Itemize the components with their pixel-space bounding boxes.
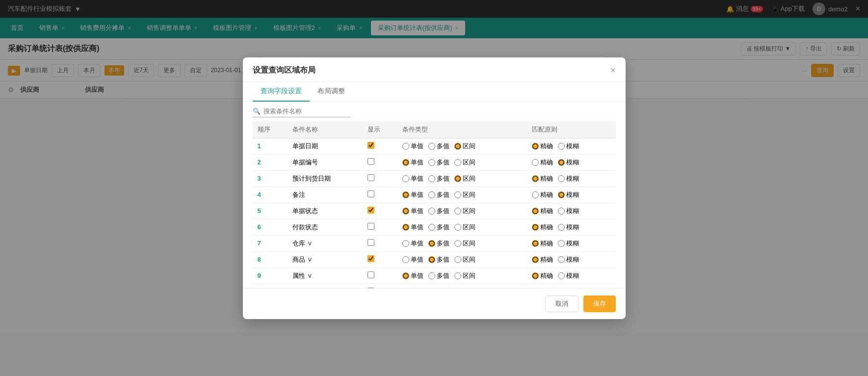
row-show[interactable] [363,235,398,251]
type-option-多值[interactable]: 多值 [428,239,449,248]
type-option-区间[interactable]: 区间 [454,174,475,183]
match-option-精确[interactable]: 精确 [532,158,553,167]
match-option-精确[interactable]: 精确 [532,174,553,183]
row-show[interactable] [363,219,398,235]
conditions-scroll[interactable]: 顺序 条件名称 显示 条件类型 匹配原则 1单据日期单值多值区间精确模糊2单据编… [253,121,616,288]
row-type[interactable]: 单值多值区间 [397,138,526,154]
show-checkbox[interactable] [368,174,374,181]
type-option-单值[interactable]: 单值 [402,255,423,264]
row-type[interactable]: 单值多值区间 [397,203,526,219]
match-option-精确[interactable]: 精确 [532,207,553,215]
table-row: 2单据编号单值多值区间精确模糊 [253,154,616,170]
row-name: 属性 ∨ [288,268,363,284]
row-seq: 1 [253,138,288,154]
row-type[interactable]: 单值多值区间 [397,284,526,288]
row-match[interactable]: 精确模糊 [527,219,616,235]
tab-query-fields[interactable]: 查询字段设置 [253,82,310,102]
row-show[interactable] [363,154,398,170]
type-option-区间[interactable]: 区间 [454,207,475,215]
match-option-模糊[interactable]: 模糊 [558,174,579,183]
show-checkbox[interactable] [368,239,374,246]
type-option-多值[interactable]: 多值 [428,271,449,280]
match-option-精确[interactable]: 精确 [532,223,553,232]
match-option-模糊[interactable]: 模糊 [558,271,579,280]
type-option-多值[interactable]: 多值 [428,158,449,167]
type-option-区间[interactable]: 区间 [454,255,475,264]
show-checkbox[interactable] [368,255,374,262]
table-row: 10有无商品图片单值多值区间精确模糊 [253,284,616,288]
row-type[interactable]: 单值多值区间 [397,170,526,187]
row-type[interactable]: 单值多值区间 [397,235,526,251]
match-option-模糊[interactable]: 模糊 [558,158,579,167]
type-option-区间[interactable]: 区间 [454,223,475,232]
type-option-多值[interactable]: 多值 [428,255,449,264]
row-name: 有无商品图片 [288,284,363,288]
type-option-区间[interactable]: 区间 [454,271,475,280]
type-option-单值[interactable]: 单值 [402,158,423,167]
type-option-多值[interactable]: 多值 [428,223,449,232]
row-match[interactable]: 精确模糊 [527,187,616,203]
th-seq: 顺序 [253,121,288,138]
row-match[interactable]: 精确模糊 [527,170,616,187]
show-checkbox[interactable] [368,271,374,278]
row-show[interactable] [363,203,398,219]
search-icon: 🔍 [253,107,261,115]
match-option-模糊[interactable]: 模糊 [558,207,579,215]
show-checkbox[interactable] [368,142,374,149]
match-option-模糊[interactable]: 模糊 [558,255,579,264]
row-show[interactable] [363,170,398,187]
row-type[interactable]: 单值多值区间 [397,187,526,203]
type-option-单值[interactable]: 单值 [402,207,423,215]
type-option-多值[interactable]: 多值 [428,207,449,215]
type-option-单值[interactable]: 单值 [402,223,423,232]
row-match[interactable]: 精确模糊 [527,138,616,154]
row-show[interactable] [363,268,398,284]
type-option-单值[interactable]: 单值 [402,239,423,248]
type-option-区间[interactable]: 区间 [454,239,475,248]
type-option-多值[interactable]: 多值 [428,190,449,199]
th-type: 条件类型 [397,121,526,138]
match-option-精确[interactable]: 精确 [532,190,553,199]
cancel-button[interactable]: 取消 [545,295,579,312]
row-match[interactable]: 精确模糊 [527,268,616,284]
table-row: 8商品 ∨单值多值区间精确模糊 [253,251,616,268]
type-option-单值[interactable]: 单值 [402,190,423,199]
row-match[interactable]: 精确模糊 [527,203,616,219]
row-show[interactable] [363,284,398,288]
row-type[interactable]: 单值多值区间 [397,154,526,170]
type-option-单值[interactable]: 单值 [402,271,423,280]
tab-layout-adjust[interactable]: 布局调整 [310,82,353,102]
match-option-精确[interactable]: 精确 [532,142,553,151]
row-type[interactable]: 单值多值区间 [397,219,526,235]
type-option-区间[interactable]: 区间 [454,158,475,167]
type-option-多值[interactable]: 多值 [428,174,449,183]
show-checkbox[interactable] [368,190,374,197]
show-checkbox[interactable] [368,223,374,230]
row-match[interactable]: 精确模糊 [527,154,616,170]
match-option-模糊[interactable]: 模糊 [558,239,579,248]
match-option-精确[interactable]: 精确 [532,255,553,264]
type-option-区间[interactable]: 区间 [454,142,475,151]
search-input[interactable] [263,107,351,115]
dialog-close-btn[interactable]: × [610,66,616,75]
show-checkbox[interactable] [368,207,374,214]
row-show[interactable] [363,187,398,203]
type-option-区间[interactable]: 区间 [454,190,475,199]
row-type[interactable]: 单值多值区间 [397,268,526,284]
type-option-单值[interactable]: 单值 [402,174,423,183]
match-option-精确[interactable]: 精确 [532,239,553,248]
row-show[interactable] [363,138,398,154]
row-show[interactable] [363,251,398,268]
match-option-精确[interactable]: 精确 [532,271,553,280]
row-type[interactable]: 单值多值区间 [397,251,526,268]
type-option-多值[interactable]: 多值 [428,142,449,151]
match-option-模糊[interactable]: 模糊 [558,142,579,151]
show-checkbox[interactable] [368,158,374,165]
row-match[interactable]: 精确模糊 [527,251,616,268]
type-option-单值[interactable]: 单值 [402,142,423,151]
match-option-模糊[interactable]: 模糊 [558,190,579,199]
row-match[interactable]: 精确模糊 [527,235,616,251]
row-match[interactable]: 精确模糊 [527,284,616,288]
save-button[interactable]: 保存 [583,295,616,312]
match-option-模糊[interactable]: 模糊 [558,223,579,232]
